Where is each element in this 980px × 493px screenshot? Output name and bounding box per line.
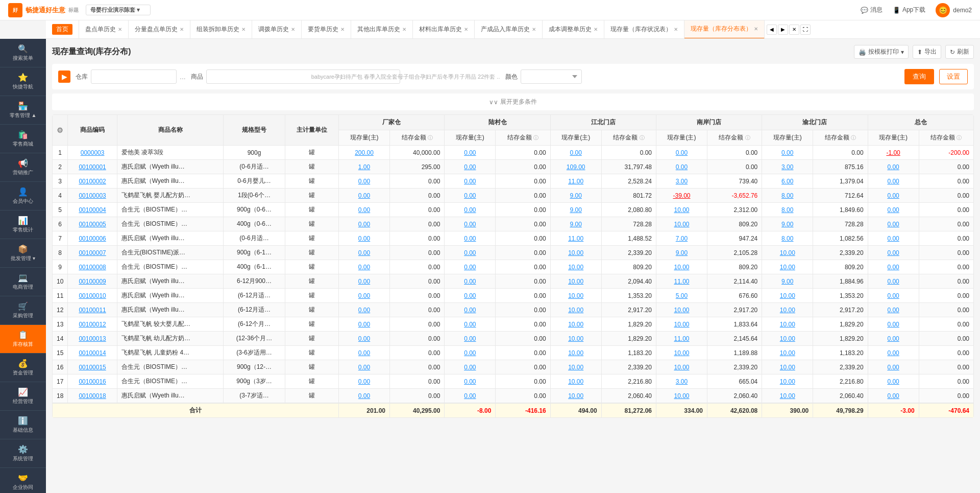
stock-qty-link[interactable]: 0.00 <box>464 178 476 185</box>
stock-qty-link[interactable]: 0.00 <box>887 235 899 242</box>
tab-6[interactable]: 其他出库单历史✕ <box>351 20 413 39</box>
product-code-link[interactable]: 00100008 <box>79 264 106 271</box>
product-code-link[interactable]: 00100011 <box>79 307 106 314</box>
stock-qty-link[interactable]: 0.00 <box>464 149 476 156</box>
close-icon[interactable]: ✕ <box>464 27 468 32</box>
export-button[interactable]: ⬆ 导出 <box>913 45 941 59</box>
stock-qty-link[interactable]: 0.00 <box>464 249 476 256</box>
stock-qty-link[interactable]: 0.00 <box>781 149 793 156</box>
stock-qty-link[interactable]: 0.00 <box>887 307 899 314</box>
info-icon[interactable]: ⓘ <box>957 135 962 140</box>
stock-qty-link[interactable]: 8.00 <box>781 235 793 242</box>
stock-qty-link[interactable]: 0.00 <box>887 221 899 228</box>
stock-qty-link[interactable]: 10.00 <box>780 321 795 328</box>
stock-qty-link[interactable]: 10.00 <box>568 364 583 371</box>
tab-3[interactable]: 组装拆卸单历史✕ <box>190 20 252 39</box>
sidebar-item-inventory[interactable]: 📋 库存核算 <box>0 325 46 354</box>
tab-8[interactable]: 产成品入库单历史✕ <box>475 20 543 39</box>
stock-qty-link[interactable]: 10.00 <box>780 335 795 342</box>
sidebar-item-wholesale[interactable]: 📦 批发管理 ▾ <box>0 239 46 268</box>
sidebar-item-retail-stats[interactable]: 📊 零售统计 <box>0 210 46 239</box>
tab-9[interactable]: 成本调整单历史✕ <box>543 20 604 39</box>
stock-qty-link[interactable]: 0.00 <box>464 192 476 199</box>
table-settings-icon[interactable]: ⚙ <box>57 126 63 134</box>
stock-qty-link[interactable]: 9.00 <box>781 221 793 228</box>
stock-qty-link[interactable]: 10.00 <box>780 392 795 400</box>
stock-qty-link[interactable]: 0.00 <box>887 378 899 385</box>
stock-qty-link[interactable]: 0.00 <box>358 378 370 385</box>
stock-qty-link[interactable]: 10.00 <box>568 335 583 342</box>
product-code-link[interactable]: 00100004 <box>79 206 106 214</box>
stock-qty-link[interactable]: 0.00 <box>464 349 476 357</box>
stock-qty-link[interactable]: 3.00 <box>676 378 688 385</box>
filter-expand-button[interactable]: ▶ <box>58 71 70 83</box>
stock-qty-link[interactable]: 0.00 <box>570 149 581 156</box>
stock-qty-link[interactable]: 0.00 <box>464 392 476 400</box>
stock-qty-link[interactable]: 0.00 <box>887 264 899 271</box>
stock-qty-link[interactable]: 5.00 <box>676 292 688 299</box>
sidebar-item-finance[interactable]: 💰 资金管理 <box>0 354 46 382</box>
sidebar-item-marketing[interactable]: 📢 营销推广 <box>0 153 46 182</box>
stock-qty-link[interactable]: 10.00 <box>674 221 689 228</box>
stock-qty-link[interactable]: 9.00 <box>570 206 581 214</box>
stock-qty-link[interactable]: 0.00 <box>676 163 688 171</box>
stock-qty-link[interactable]: 0.00 <box>887 335 899 342</box>
product-code-link[interactable]: 00100018 <box>79 392 106 400</box>
product-code-link[interactable]: 00100003 <box>79 192 106 199</box>
stock-qty-link[interactable]: 0.00 <box>358 335 370 342</box>
stock-qty-link[interactable]: 10.00 <box>674 392 689 400</box>
stock-qty-link[interactable]: 10.00 <box>568 278 583 285</box>
stock-qty-link[interactable]: 9.00 <box>781 278 793 285</box>
product-code-link[interactable]: 00100009 <box>79 278 106 285</box>
print-button[interactable]: 🖨️ 按模板打印 ▾ <box>854 45 909 59</box>
close-icon[interactable]: ✕ <box>180 27 184 32</box>
stock-qty-link[interactable]: 0.00 <box>464 206 476 214</box>
stock-qty-link[interactable]: 11.00 <box>674 278 689 285</box>
stock-qty-link[interactable]: 0.00 <box>464 278 476 285</box>
stock-qty-link[interactable]: 10.00 <box>674 307 689 314</box>
tab-11-active[interactable]: 现存量（库存分布表）✕ <box>684 20 765 39</box>
stock-qty-link[interactable]: 10.00 <box>674 364 689 371</box>
stock-qty-link[interactable]: 0.00 <box>887 192 899 199</box>
stock-qty-link[interactable]: 0.00 <box>358 221 370 228</box>
stock-qty-link[interactable]: 10.00 <box>568 307 583 314</box>
stock-qty-link[interactable]: 0.00 <box>358 392 370 400</box>
stock-qty-link[interactable]: 10.00 <box>568 249 583 256</box>
stock-qty-link[interactable]: 11.00 <box>568 178 583 185</box>
goods-input[interactable] <box>206 69 400 84</box>
nav-next-button[interactable]: ▶ <box>778 25 788 35</box>
stock-qty-link[interactable]: 0.00 <box>464 292 476 299</box>
product-code-link[interactable]: 00100002 <box>79 178 106 185</box>
stock-qty-link[interactable]: 0.00 <box>358 321 370 328</box>
stock-qty-link[interactable]: -1.00 <box>886 149 900 156</box>
stock-qty-link[interactable]: 0.00 <box>887 349 899 357</box>
tab-1[interactable]: 盘点单历史✕ <box>79 20 129 39</box>
stock-qty-link[interactable]: 10.00 <box>780 364 795 371</box>
stock-qty-link[interactable]: 0.00 <box>887 364 899 371</box>
stock-qty-link[interactable]: 0.00 <box>676 149 688 156</box>
stock-qty-link[interactable]: 9.00 <box>570 221 581 228</box>
close-icon[interactable]: ✕ <box>594 27 598 32</box>
stock-qty-link[interactable]: 9.00 <box>570 192 581 199</box>
warehouse-input[interactable] <box>91 69 177 84</box>
stock-qty-link[interactable]: 0.00 <box>358 264 370 271</box>
info-icon[interactable]: ⓘ <box>640 135 645 140</box>
stock-qty-link[interactable]: 10.00 <box>674 349 689 357</box>
stock-qty-link[interactable]: 0.00 <box>464 235 476 242</box>
sidebar-item-nav[interactable]: ⭐ 快捷导航 <box>0 67 46 96</box>
close-icon[interactable]: ✕ <box>674 27 678 32</box>
company-selector[interactable]: 母婴行业演示陈套 ▾ <box>86 5 151 15</box>
stock-qty-link[interactable]: 10.00 <box>780 292 795 299</box>
stock-qty-link[interactable]: 10.00 <box>568 321 583 328</box>
stock-qty-link[interactable]: 0.00 <box>464 364 476 371</box>
stock-qty-link[interactable]: 3.00 <box>781 163 793 171</box>
sidebar-item-enterprise[interactable]: 🤝 企业协同 <box>0 468 46 493</box>
tab-10[interactable]: 现存量（库存状况表）✕ <box>604 20 684 39</box>
stock-qty-link[interactable]: 0.00 <box>358 178 370 185</box>
tab-7[interactable]: 材料出库单历史✕ <box>413 20 475 39</box>
product-code-link[interactable]: 00100006 <box>79 235 106 242</box>
sidebar-item-search[interactable]: 🔍 搜索英单 <box>0 39 46 67</box>
info-icon[interactable]: ⓘ <box>428 135 433 140</box>
close-icon[interactable]: ✕ <box>754 26 758 32</box>
stock-qty-link[interactable]: 0.00 <box>358 307 370 314</box>
